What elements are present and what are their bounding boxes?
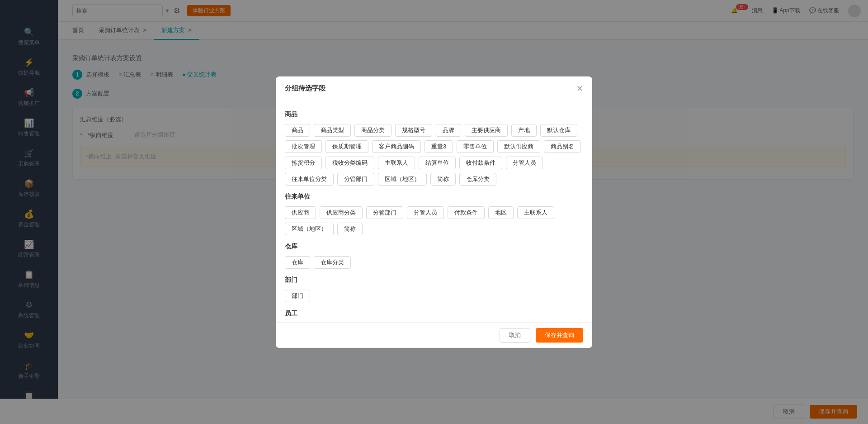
section-title-dept: 部门 [285, 276, 583, 284]
tag-product-1[interactable]: 商品 [285, 124, 310, 137]
tag-group-partner: 供应商 供应商分类 分管部门 分管人员 付款条件 地区 主联系人 区域（地区） … [285, 206, 583, 235]
tag-partner-9[interactable]: 简称 [337, 223, 363, 235]
section-title-employee: 员工 [285, 310, 583, 318]
tag-product-13[interactable]: 零售单位 [457, 140, 494, 153]
tag-product-8[interactable]: 默认仓库 [540, 124, 577, 137]
tag-product-5[interactable]: 品牌 [436, 124, 461, 137]
tag-warehouse-2[interactable]: 仓库分类 [314, 256, 351, 269]
tag-product-14[interactable]: 默认供应商 [497, 140, 540, 153]
tag-partner-1[interactable]: 供应商 [285, 206, 316, 219]
dialog-title: 分组待选字段 [285, 84, 326, 93]
tag-partner-5[interactable]: 付款条件 [448, 206, 485, 219]
tag-product-2[interactable]: 商品类型 [314, 124, 351, 137]
tag-product-16[interactable]: 拣货积分 [285, 157, 322, 169]
modal-overlay: 分组待选字段 ✕ 商品 商品 商品类型 商品分类 规格型号 品牌 主要供应商 产… [0, 0, 868, 424]
section-title-warehouse: 仓库 [285, 243, 583, 251]
tag-partner-6[interactable]: 地区 [488, 206, 514, 219]
tag-product-19[interactable]: 结算单位 [419, 157, 456, 169]
section-title-partner: 往来单位 [285, 193, 583, 201]
tag-product-12[interactable]: 重量3 [425, 140, 453, 153]
tag-group-dept: 部门 [285, 290, 583, 302]
dialog-cancel-button[interactable]: 取消 [500, 328, 530, 343]
tag-partner-8[interactable]: 区域（地区） [285, 223, 334, 235]
tag-group-warehouse: 仓库 仓库分类 [285, 256, 583, 269]
tag-product-6[interactable]: 主要供应商 [465, 124, 508, 137]
tag-product-21[interactable]: 分管人员 [506, 157, 543, 169]
dialog-confirm-button[interactable]: 保存并查询 [536, 328, 583, 343]
tag-product-9[interactable]: 批次管理 [285, 140, 322, 153]
tag-product-22[interactable]: 往来单位分类 [285, 173, 334, 186]
dialog-body[interactable]: 商品 商品 商品类型 商品分类 规格型号 品牌 主要供应商 产地 默认仓库 批次… [276, 101, 592, 322]
tag-product-25[interactable]: 简称 [430, 173, 456, 186]
tag-product-3[interactable]: 商品分类 [354, 124, 392, 137]
tag-partner-2[interactable]: 供应商分类 [320, 206, 363, 219]
tag-product-7[interactable]: 产地 [511, 124, 537, 137]
dialog-close-icon[interactable]: ✕ [576, 84, 583, 94]
tag-product-20[interactable]: 收付款条件 [459, 157, 502, 169]
tag-partner-4[interactable]: 分管人员 [407, 206, 444, 219]
tag-warehouse-1[interactable]: 仓库 [285, 256, 310, 269]
tag-partner-7[interactable]: 主联系人 [517, 206, 554, 219]
dialog-footer: 取消 保存并查询 [276, 322, 592, 348]
tag-dept-1[interactable]: 部门 [285, 290, 310, 302]
tag-product-10[interactable]: 保质期管理 [326, 140, 368, 153]
tag-group-product: 商品 商品类型 商品分类 规格型号 品牌 主要供应商 产地 默认仓库 批次管理 … [285, 124, 583, 186]
tag-product-26[interactable]: 仓库分类 [459, 173, 496, 186]
tag-product-4[interactable]: 规格型号 [395, 124, 432, 137]
tag-product-24[interactable]: 区域（地区） [378, 173, 427, 186]
tag-product-15[interactable]: 商品别名 [544, 140, 581, 153]
dialog: 分组待选字段 ✕ 商品 商品 商品类型 商品分类 规格型号 品牌 主要供应商 产… [276, 76, 592, 348]
tag-product-11[interactable]: 客户商品编码 [372, 140, 421, 153]
tag-partner-3[interactable]: 分管部门 [366, 206, 403, 219]
section-title-product: 商品 [285, 110, 583, 119]
tag-product-18[interactable]: 主联系人 [378, 157, 415, 169]
dialog-header: 分组待选字段 ✕ [276, 76, 592, 101]
tag-product-17[interactable]: 税收分类编码 [326, 157, 374, 169]
tag-product-23[interactable]: 分管部门 [337, 173, 374, 186]
